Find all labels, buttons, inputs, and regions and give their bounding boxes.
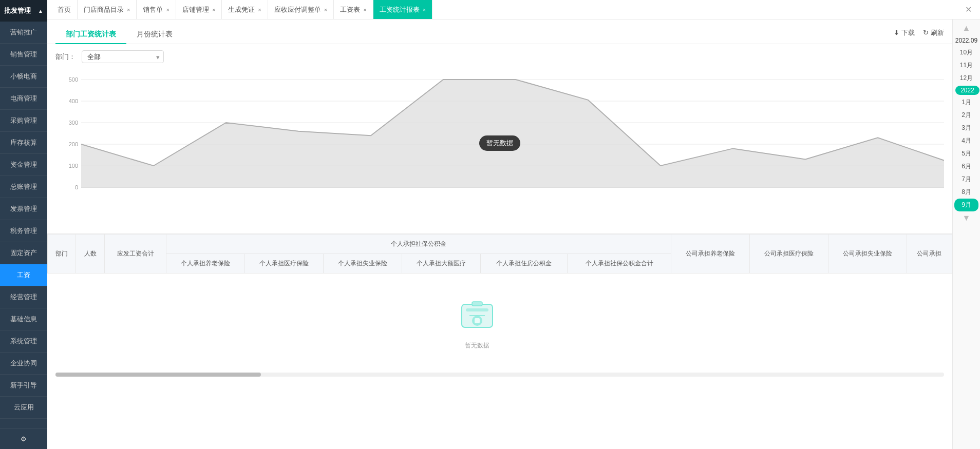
table-container: 部门 人数 应发工资合计 个人承担社保公积金 公司承担养老保险 公司承担医疗保险…: [47, 233, 952, 370]
tab-4[interactable]: 生成凭证×: [222, 0, 268, 19]
settings-icon: ⚙: [21, 435, 27, 443]
dept-filter-label: 部门：: [55, 52, 76, 62]
svg-text:200: 200: [69, 141, 78, 147]
sidebar-item-固定资产[interactable]: 固定资产: [0, 242, 47, 264]
sidebar-title: 批发管理: [4, 6, 31, 15]
timeline-item-8[interactable]: 4月: [954, 134, 978, 147]
empty-text: 暂无数据: [465, 341, 489, 350]
tab-0[interactable]: 首页: [51, 0, 78, 19]
timeline-item-0[interactable]: 2022.09: [954, 35, 978, 46]
timeline-sidebar: ▲ 2022.0910月11月12月20221月2月3月4月5月6月7月8月9月…: [952, 19, 980, 449]
tab-3[interactable]: 店铺管理×: [176, 0, 222, 19]
tab-close-4[interactable]: ×: [258, 7, 261, 13]
sidebar-item-云应用[interactable]: 云应用: [0, 397, 47, 419]
sidebar-item-电商管理[interactable]: 电商管理: [0, 88, 47, 110]
col-total-salary: 应发工资合计: [104, 235, 166, 274]
tab-6[interactable]: 工资表×: [334, 0, 373, 19]
tab-bar: 首页门店商品目录×销售单×店铺管理×生成凭证×应收应付调整单×工资表×工资统计报…: [47, 0, 980, 19]
download-icon: ⬇: [894, 29, 899, 36]
table-scroll-thumb[interactable]: [55, 373, 261, 377]
chart-area: 0100200300400500 暂无数据: [47, 69, 952, 233]
col-personal-medical: 个人承担医疗保险: [245, 254, 324, 274]
svg-text:0: 0: [75, 184, 78, 190]
timeline-item-3[interactable]: 12月: [954, 72, 978, 85]
filter-bar: 部门： 全部销售部财务部采购部运营部: [47, 44, 952, 69]
sidebar-item-销售管理[interactable]: 销售管理: [0, 44, 47, 66]
svg-rect-14: [466, 308, 488, 311]
dept-select-wrapper: 全部销售部财务部采购部运营部: [82, 50, 164, 63]
sidebar-item-新手引导[interactable]: 新手引导: [0, 375, 47, 397]
timeline-nav-up[interactable]: ▲: [960, 22, 973, 35]
tab-2[interactable]: 销售单×: [137, 0, 176, 19]
data-table: 部门 人数 应发工资合计 个人承担社保公积金 公司承担养老保险 公司承担医疗保险…: [47, 234, 952, 370]
sidebar-item-发票管理[interactable]: 发票管理: [0, 198, 47, 220]
tab-month-stats[interactable]: 月份统计表: [126, 26, 183, 44]
timeline-item-13[interactable]: 9月: [954, 199, 978, 211]
sidebar-item-工资[interactable]: 工资: [0, 264, 47, 286]
svg-rect-16: [475, 318, 480, 323]
empty-state: 暂无数据: [48, 274, 907, 370]
sidebar-item-资金管理[interactable]: 资金管理: [0, 154, 47, 176]
sidebar-item-总账管理[interactable]: 总账管理: [0, 176, 47, 198]
sub-tabs-bar: 部门工资统计表 月份统计表 ⬇ 下载 ↻ 刷新: [47, 19, 952, 44]
col-company-unemploy: 公司承担失业保险: [828, 235, 907, 274]
col-group-personal-social: 个人承担社保公积金: [166, 235, 671, 254]
dept-select[interactable]: 全部销售部财务部采购部运营部: [82, 50, 164, 63]
sidebar-item-经营管理[interactable]: 经营管理: [0, 286, 47, 308]
timeline-item-10[interactable]: 6月: [954, 160, 978, 173]
table-scrollbar[interactable]: [55, 373, 944, 377]
timeline-item-5[interactable]: 1月: [954, 96, 978, 109]
svg-text:300: 300: [69, 120, 78, 126]
sidebar-item-小畅电商[interactable]: 小畅电商: [0, 66, 47, 88]
timeline-item-11[interactable]: 7月: [954, 173, 978, 186]
tab-close-2[interactable]: ×: [166, 7, 169, 13]
col-company-pension: 公司承担养老保险: [671, 235, 750, 274]
col-dept: 部门: [48, 235, 76, 274]
empty-icon: [457, 294, 498, 335]
timeline-item-4[interactable]: 2022: [955, 86, 979, 95]
timeline-item-7[interactable]: 3月: [954, 122, 978, 134]
tab-close-3[interactable]: ×: [212, 7, 215, 13]
tab-bar-close[interactable]: ✕: [961, 5, 976, 14]
tab-close-6[interactable]: ×: [363, 7, 366, 13]
sub-tabs-actions: ⬇ 下载 ↻ 刷新: [894, 28, 944, 42]
sidebar-item-企业协同[interactable]: 企业协同: [0, 353, 47, 375]
sidebar-item-税务管理[interactable]: 税务管理: [0, 220, 47, 242]
timeline-item-2[interactable]: 11月: [954, 59, 978, 72]
refresh-button[interactable]: ↻ 刷新: [923, 28, 944, 37]
sidebar-item-基础信息[interactable]: 基础信息: [0, 308, 47, 330]
sidebar-header[interactable]: 批发管理 ▲: [0, 0, 47, 22]
main-area: 首页门店商品目录×销售单×店铺管理×生成凭证×应收应付调整单×工资表×工资统计报…: [47, 0, 980, 449]
sidebar-settings[interactable]: ⚙: [0, 428, 47, 449]
tab-dept-stats[interactable]: 部门工资统计表: [55, 26, 126, 44]
page-content: 部门工资统计表 月份统计表 ⬇ 下载 ↻ 刷新 部门：: [47, 19, 952, 449]
timeline-nav-down[interactable]: ▼: [960, 211, 973, 225]
sidebar-item-库存核算[interactable]: 库存核算: [0, 132, 47, 154]
sidebar-item-营销推广[interactable]: 营销推广: [0, 22, 47, 44]
tab-1[interactable]: 门店商品目录×: [78, 0, 137, 19]
close-all-icon[interactable]: ✕: [965, 5, 972, 14]
tab-close-5[interactable]: ×: [324, 7, 327, 13]
tab-7[interactable]: 工资统计报表×: [373, 0, 432, 19]
tab-5[interactable]: 应收应付调整单×: [268, 0, 334, 19]
sidebar: 批发管理 ▲ 营销推广销售管理小畅电商电商管理采购管理库存核算资金管理总账管理发…: [0, 0, 47, 449]
col-company-medical: 公司承担医疗保险: [750, 235, 828, 274]
col-personal-housing: 个人承担住房公积金: [481, 254, 568, 274]
timeline-item-6[interactable]: 2月: [954, 109, 978, 122]
empty-row: 暂无数据: [48, 274, 952, 371]
sidebar-item-系统管理[interactable]: 系统管理: [0, 330, 47, 353]
sidebar-collapse-icon: ▲: [38, 8, 43, 14]
sidebar-item-采购管理[interactable]: 采购管理: [0, 110, 47, 132]
col-personal-total: 个人承担社保公积金合计: [568, 254, 671, 274]
sub-tabs-left: 部门工资统计表 月份统计表: [55, 26, 183, 44]
svg-rect-17: [472, 302, 482, 306]
tab-close-1[interactable]: ×: [127, 7, 130, 13]
svg-text:100: 100: [69, 163, 78, 169]
svg-text:500: 500: [69, 76, 78, 83]
download-button[interactable]: ⬇ 下载: [894, 28, 915, 37]
timeline-item-1[interactable]: 10月: [954, 46, 978, 59]
download-label: 下载: [901, 28, 915, 37]
timeline-item-12[interactable]: 8月: [954, 186, 978, 199]
tab-close-7[interactable]: ×: [423, 7, 426, 13]
timeline-item-9[interactable]: 5月: [954, 147, 978, 160]
